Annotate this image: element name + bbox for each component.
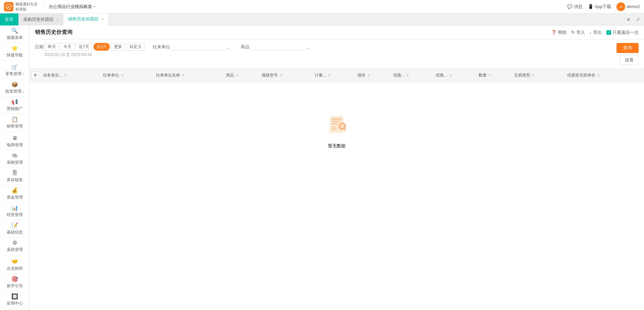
sidebar-item-wechat[interactable]: 💬 企业微信 — [0, 309, 29, 310]
sidebar-item-purchase-label: 采购管理 — [7, 160, 23, 165]
content-header: 销售历史价查询 ❓ 帮助 ↻ 导入 ↓ 导出 只看最后一次 — [30, 25, 644, 40]
sidebar-item-newbie[interactable]: 🎯 新手引导 — [0, 274, 29, 291]
th-pretax-price[interactable]: 优惠前无税单价 ⇅ — [565, 69, 644, 82]
goods-dots-button[interactable]: ... — [306, 45, 310, 50]
th-quote-label: 报价 — [358, 73, 366, 78]
tab-sales-history-close[interactable]: × — [101, 17, 103, 21]
th-quantity[interactable]: 数量 ⇅ — [477, 69, 512, 82]
sidebar-item-apps[interactable]: 🔲 应用中心 — [0, 291, 29, 309]
sort-arrows-quantity: ⇅ — [488, 73, 491, 77]
enterprise-icon: 🤝 — [11, 258, 18, 265]
help-button[interactable]: ❓ 帮助 — [551, 30, 567, 36]
sidebar-item-search-label: 搜索菜单 — [7, 35, 23, 41]
date-btn-7days[interactable]: 近7天 — [76, 43, 92, 51]
sidebar-item-inventory[interactable]: 🗄 库存核算 — [0, 168, 29, 185]
sidebar-item-basic-info[interactable]: 📝 基础信息 — [0, 220, 29, 238]
sidebar-item-newbie-label: 新手引导 — [7, 283, 23, 289]
date-btn-custom[interactable]: 自定义 — [126, 43, 145, 51]
tab-home[interactable]: 首页 — [0, 13, 18, 25]
sidebar-item-search[interactable]: 🔍 搜索菜单 — [0, 25, 29, 43]
sidebar-item-system[interactable]: ⚙ 系统管理 — [0, 238, 29, 255]
export-button[interactable]: ↓ 导出 — [590, 30, 602, 36]
ecommerce-icon: 🖥 — [12, 135, 17, 141]
marketing-icon: 📢 — [11, 99, 18, 105]
filter-action-buttons: 查询 设置 — [616, 43, 639, 65]
only-last-checkbox[interactable] — [606, 30, 611, 35]
sidebar-item-purchase[interactable]: 🛍 采购管理 — [0, 150, 29, 168]
th-discount2[interactable]: 优惠... ⇅ — [434, 69, 477, 82]
th-deal-type-label: 交易类型 — [514, 73, 530, 78]
svg-rect-4 — [332, 121, 339, 122]
sidebar-item-operations[interactable]: 📊 经营管理 — [0, 203, 29, 220]
partner-dots-button[interactable]: ... — [226, 45, 230, 50]
app-selector[interactable]: 办公用品行业模拟账套 ▾ — [49, 4, 95, 10]
date-btn-yesterday[interactable]: 昨天 — [45, 43, 59, 51]
tab-purchase-history[interactable]: 采购历史价跟踪 × — [18, 13, 63, 25]
th-biz-date-label: 业务发生... — [43, 73, 62, 78]
sidebar-item-finance-label: 资金管理 — [7, 195, 23, 200]
sidebar-item-enterprise[interactable]: 🤝 企业协同 — [0, 256, 29, 274]
logo-area: 畅捷通好生意 标准版 — [4, 2, 38, 11]
topbar-left: 畅捷通好生意 标准版 办公用品行业模拟账套 ▾ — [4, 2, 95, 11]
date-btn-more[interactable]: 更多 — [111, 43, 125, 51]
tab-sales-history[interactable]: 销售历史价跟踪 × — [63, 13, 108, 25]
goods-input[interactable] — [251, 44, 305, 50]
sidebar-item-shortcut[interactable]: ⭐ 快捷导航 — [0, 43, 29, 60]
th-partner-name[interactable]: 往来单位名称 ⇅ — [154, 69, 224, 82]
date-filter-row: 日期 昨天 今天 近7天 近1月 更多 自定义 — [35, 43, 145, 51]
app-download-button[interactable]: 📱 App下载 — [588, 4, 611, 10]
download-icon: 📱 — [588, 4, 593, 9]
sort-arrows-partner-code: ⇅ — [121, 73, 124, 77]
sidebar-item-marketing[interactable]: 📢 营销推广 — [0, 97, 29, 114]
wholesale-icon: 📦 — [11, 81, 18, 88]
retail-icon: 🛒 — [11, 64, 18, 70]
user-menu[interactable]: d demo2 — [616, 2, 640, 11]
messages-button[interactable]: 💬 消息 — [567, 4, 583, 10]
sidebar-item-retail-label: 零售管理 — [5, 71, 21, 77]
th-quote[interactable]: 报价 ⇅ — [356, 69, 391, 82]
sort-arrows-discount1: ⇅ — [406, 73, 409, 77]
operations-icon: 📊 — [11, 205, 18, 211]
th-discount1[interactable]: 优惠... ⇅ — [391, 69, 434, 82]
tab-purchase-history-close[interactable]: × — [56, 17, 58, 21]
chevron-down-icon: ▾ — [22, 72, 24, 76]
partner-input[interactable] — [171, 44, 225, 50]
only-last-checkbox-group[interactable]: 只看最后一次 — [606, 30, 639, 36]
th-unit-label: 计量... — [315, 73, 326, 78]
goods-filter-group: 商品 ... — [241, 44, 310, 50]
close-tab-button[interactable]: ✕ — [625, 16, 632, 23]
query-button[interactable]: 查询 — [616, 43, 639, 53]
th-unit[interactable]: 计量... ⇅ — [313, 69, 356, 82]
th-gear: ⚙ — [30, 69, 41, 82]
sort-arrows-spec: ⇅ — [280, 73, 282, 77]
sidebar-item-ecommerce[interactable]: 🖥 电商管理 — [0, 133, 29, 150]
tab-purchase-history-label: 采购历史价跟踪 — [23, 16, 54, 22]
th-partner-code[interactable]: 往来单位 ⇅ — [101, 69, 154, 82]
th-discount1-label: 优惠... — [393, 73, 405, 78]
import-button[interactable]: ↻ 导入 — [571, 30, 585, 36]
maximize-button[interactable]: ⤢ — [635, 16, 641, 23]
sidebar-item-wholesale[interactable]: 📦 批发管理 ▴ — [0, 79, 29, 97]
th-spec[interactable]: 规格型号 ⇅ — [260, 69, 313, 82]
sidebar-item-retail[interactable]: 🛒 零售管理 ▾ — [0, 62, 29, 79]
chevron-down-icon: ▾ — [94, 5, 95, 8]
th-deal-type[interactable]: 交易类型 ⇅ — [512, 69, 565, 82]
star-icon: ⭐ — [11, 45, 18, 51]
filter-panel: 日期 昨天 今天 近7天 近1月 更多 自定义 2023-02-18 至 202… — [30, 40, 644, 69]
empty-state: 暂无数据 — [30, 82, 644, 176]
setting-button[interactable]: 设置 — [620, 55, 639, 65]
svg-point-0 — [6, 4, 11, 9]
column-settings-button[interactable]: ⚙ — [32, 71, 39, 79]
sidebar-item-sales-mgmt[interactable]: 📋 销售管理 — [0, 114, 29, 132]
sidebar-item-sales-mgmt-label: 销售管理 — [7, 123, 23, 129]
topbar-right: 💬 消息 📱 App下载 d demo2 — [567, 2, 640, 11]
svg-rect-3 — [332, 118, 342, 120]
th-biz-date[interactable]: 业务发生... ⇅ — [41, 69, 101, 82]
sidebar-item-finance[interactable]: 💰 资金管理 — [0, 185, 29, 203]
date-btn-today[interactable]: 今天 — [60, 43, 74, 51]
sort-arrows-biz-date: ⇅ — [64, 73, 67, 77]
date-btn-1month[interactable]: 近1月 — [94, 43, 110, 51]
th-goods[interactable]: 商品 ⇅ — [224, 69, 260, 82]
app-logo-icon — [4, 2, 13, 11]
inventory-icon: 🗄 — [12, 170, 17, 176]
